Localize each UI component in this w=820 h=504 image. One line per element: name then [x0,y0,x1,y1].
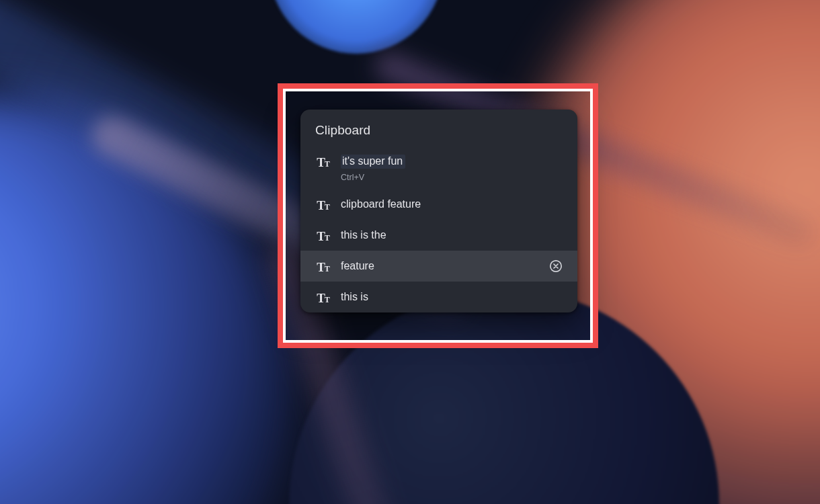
clipboard-item-text: this is the [341,228,564,242]
panel-title: Clipboard [300,110,577,147]
text-type-icon: TT [314,156,333,169]
clipboard-item-text: clipboard feature [341,198,564,211]
clipboard-item[interactable]: TT clipboard feature [300,189,577,220]
clipboard-item-text: this is [341,290,564,304]
text-type-icon: TT [314,199,333,212]
text-type-icon: TT [314,292,333,304]
clipboard-panel: Clipboard TT it's super fun Ctrl+V TT cl… [300,110,577,312]
clipboard-item-text: feature [341,259,541,273]
clipboard-item[interactable]: TT feature [300,251,577,282]
clipboard-item[interactable]: TT this is [300,282,577,312]
text-type-icon: TT [314,261,333,274]
close-circle-icon [549,259,563,273]
clipboard-item-text: it's super fun [341,155,405,169]
clipboard-item[interactable]: TT it's super fun Ctrl+V [300,147,577,189]
text-type-icon: TT [314,230,333,243]
clipboard-item[interactable]: TT this is the [300,220,577,251]
delete-item-button[interactable] [548,258,564,274]
clipboard-item-shortcut: Ctrl+V [341,173,564,182]
